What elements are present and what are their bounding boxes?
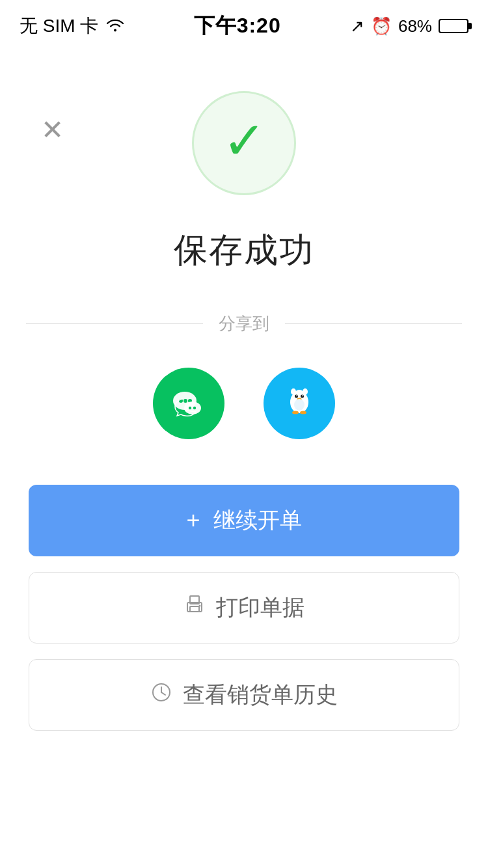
history-button[interactable]: 查看销货单历史 [29,659,459,731]
checkmark-icon: ✓ [223,115,266,167]
svg-point-17 [303,388,308,395]
status-time: 下午3:20 [194,12,281,40]
svg-point-4 [184,401,201,414]
print-label: 打印单据 [216,593,305,623]
success-circle: ✓ [192,91,296,195]
svg-point-15 [300,411,306,414]
battery-percent: 68% [398,16,432,36]
svg-point-10 [301,395,304,398]
continue-label: 继续开单 [213,506,302,536]
plus-icon: + [186,507,200,534]
success-title: 保存成功 [174,228,314,273]
status-bar: 无 SIM 卡 下午3:20 ↗ ⏰ 68% [0,0,488,52]
share-wechat-button[interactable] [153,368,224,439]
history-label: 查看销货单历史 [183,680,338,710]
svg-point-5 [189,407,191,409]
battery-bar-icon [439,19,468,33]
share-qq-button[interactable] [264,368,335,439]
svg-point-12 [302,395,303,396]
svg-point-14 [292,411,299,414]
svg-point-6 [193,407,196,409]
svg-point-2 [183,399,187,403]
location-icon: ↗ [350,16,364,36]
wechat-icon [168,383,210,424]
svg-point-16 [291,388,296,395]
wifi-icon [106,16,124,36]
clock-icon [150,681,172,709]
svg-point-18 [294,399,305,411]
svg-point-22 [199,605,201,607]
no-sim-label: 无 SIM 卡 [20,14,98,38]
svg-point-9 [295,395,298,398]
status-left: 无 SIM 卡 [20,14,124,38]
status-right: ↗ ⏰ 68% [350,16,468,36]
svg-line-25 [161,692,165,695]
svg-point-11 [296,395,297,396]
alarm-icon: ⏰ [371,16,392,36]
close-button[interactable]: ✕ [33,111,72,150]
print-button[interactable]: 打印单据 [29,572,459,644]
close-icon: ✕ [41,116,64,144]
divider-line-left [26,323,203,324]
divider-line-right [285,323,462,324]
svg-rect-21 [190,606,199,612]
continue-button[interactable]: + 继续开单 [29,485,459,556]
main-content: ✕ ✓ 保存成功 分享到 [0,52,488,868]
action-buttons: + 继续开单 打印单据 [0,485,488,731]
share-icons-row [153,368,335,439]
printer-icon [183,594,206,621]
share-label: 分享到 [203,312,285,335]
share-divider: 分享到 [0,312,488,335]
qq-icon [278,383,320,424]
